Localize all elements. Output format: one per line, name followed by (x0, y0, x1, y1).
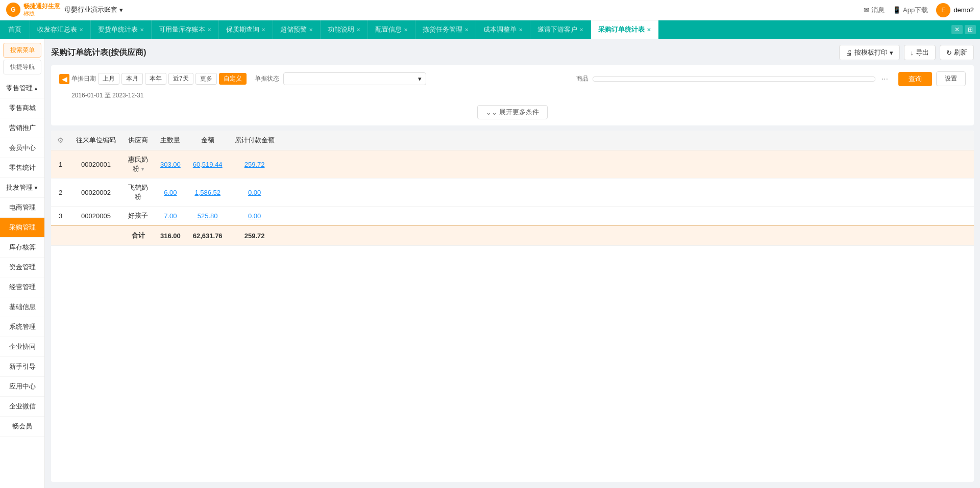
export-btn[interactable]: ↓ 导出 (904, 45, 936, 60)
tab-config-info[interactable]: 配置信息 ✕ (368, 20, 415, 39)
tab-home[interactable]: 首页 (0, 20, 30, 39)
tab-expiry-query-close[interactable]: ✕ (261, 27, 265, 33)
tab-invite-downstream[interactable]: 邀请下游客户 ✕ (530, 20, 591, 39)
sidebar-item-enterprise-wechat[interactable]: 企业微信 (0, 397, 44, 417)
action-btns: 查询 设置 (898, 71, 966, 86)
search-menu-btn[interactable]: 搜索菜单 (3, 43, 41, 58)
sidebar-item-system[interactable]: 系统管理 (0, 317, 44, 337)
user-area[interactable]: E demo2 (936, 3, 974, 17)
sidebar-item-inventory[interactable]: 库存核算 (0, 238, 44, 258)
sidebar-item-inventory-label: 库存核算 (9, 243, 36, 251)
tab-pick-task-close[interactable]: ✕ (464, 27, 469, 33)
close-all-tabs-btn[interactable]: ✕ (951, 25, 963, 34)
tab-function-desc[interactable]: 功能说明 ✕ (321, 20, 368, 39)
tab-order-stats[interactable]: 要货单统计表 ✕ (91, 20, 152, 39)
row-paid[interactable]: 0.00 (229, 178, 281, 207)
app-download-action[interactable]: 📱 App下载 (893, 6, 928, 15)
row-extra (281, 150, 974, 178)
row-supplier: 好孩子 (122, 207, 154, 226)
row-num: 2 (51, 178, 70, 207)
tab-receive-send[interactable]: 收发存汇总表 ✕ (30, 20, 91, 39)
app-name: 畅捷通好生意 (23, 3, 60, 10)
row-quantity[interactable]: 6.00 (154, 178, 187, 207)
row-quantity[interactable]: 7.00 (154, 207, 187, 226)
custom-date-btn[interactable]: 自定义 (219, 73, 247, 85)
top-bar: G 畅捷通好生意 标版 母婴行业演示账套 ▾ ✉ 消息 📱 App下载 E de… (0, 0, 980, 20)
tab-cost-adjust-close[interactable]: ✕ (519, 27, 523, 33)
row-amount[interactable]: 525.80 (187, 207, 229, 226)
shortcut-more[interactable]: 更多 (195, 73, 217, 85)
col-quantity: 主数量 (154, 131, 187, 150)
tab-overstock-alert[interactable]: 超储预警 ✕ (273, 20, 321, 39)
tab-expiry-query[interactable]: 保质期查询 ✕ (219, 20, 273, 39)
download-icon: 📱 (893, 6, 901, 14)
expand-conditions-btn[interactable]: ⌄⌄ 展开更多条件 (477, 105, 548, 119)
message-action[interactable]: ✉ 消息 (864, 6, 885, 15)
tab-overstock-alert-close[interactable]: ✕ (309, 27, 313, 33)
sidebar-item-purchase[interactable]: 采购管理 (0, 218, 44, 238)
nav-tabs-bar: 首页 收发存汇总表 ✕ 要货单统计表 ✕ 可用量库存账本 ✕ 保质期查询 ✕ 超… (0, 20, 980, 39)
row-amount[interactable]: 1,586.52 (187, 178, 229, 207)
refresh-btn[interactable]: ↻ 刷新 (940, 45, 974, 60)
sidebar-item-app-center[interactable]: 应用中心 (0, 377, 44, 397)
sidebar-item-new-guide[interactable]: 新手引导 (0, 357, 44, 377)
table-row: 3 00020005 好孩子 7.00 525.80 0.00 (51, 207, 974, 226)
sidebar-item-marketing[interactable]: 营销推广 (0, 118, 44, 138)
shortcut-7days[interactable]: 近7天 (168, 73, 193, 85)
tab-purchase-stats[interactable]: 采购订单统计表 ✕ (591, 20, 658, 39)
refresh-icon: ↻ (946, 49, 952, 57)
tab-config-info-close[interactable]: ✕ (404, 27, 408, 33)
sidebar-item-member[interactable]: 畅会员 (0, 417, 44, 436)
sidebar-item-operations[interactable]: 经营管理 (0, 277, 44, 297)
print-btn[interactable]: 🖨 按模板打印 ▾ (839, 45, 900, 60)
tab-pick-task[interactable]: 拣货任务管理 ✕ (415, 20, 476, 39)
query-btn[interactable]: 查询 (898, 72, 932, 86)
row-paid[interactable]: 0.00 (229, 207, 281, 226)
sidebar-item-membership-label: 会员中心 (9, 144, 36, 151)
tab-expiry-query-label: 保质期查询 (226, 25, 259, 34)
sidebar-item-retail-store[interactable]: 零售商城 (0, 98, 44, 118)
goods-input[interactable] (593, 76, 875, 82)
status-select-chevron: ▾ (418, 75, 422, 83)
row-code: 00020002 (70, 178, 122, 207)
status-select[interactable]: ▾ (283, 72, 426, 85)
sidebar-item-enterprise-coop[interactable]: 企业协同 (0, 337, 44, 357)
tab-invite-downstream-label: 邀请下游客户 (537, 25, 577, 34)
row-amount[interactable]: 60,519.44 (187, 150, 229, 178)
row-paid[interactable]: 259.72 (229, 150, 281, 178)
sidebar-item-finance[interactable]: 资金管理 (0, 258, 44, 277)
sidebar-item-basic-info-label: 基础信息 (9, 303, 36, 311)
sidebar-item-ecommerce[interactable]: 电商管理 (0, 198, 44, 218)
shortcut-last-month[interactable]: 上月 (98, 73, 119, 85)
table-header-row: ⚙ 往来单位编码 供应商 主数量 金额 累计付款金额 (51, 131, 974, 150)
tab-invite-downstream-close[interactable]: ✕ (579, 27, 583, 33)
sidebar-item-wholesale[interactable]: 批发管理 ▼ (0, 178, 44, 198)
date-collapse-btn[interactable]: ◀ (59, 74, 69, 84)
shortcut-this-year[interactable]: 本年 (145, 73, 166, 85)
tab-receive-send-close[interactable]: ✕ (79, 27, 83, 33)
sidebar-item-basic-info[interactable]: 基础信息 (0, 297, 44, 317)
settings-btn[interactable]: 设置 (936, 71, 966, 86)
supplier-expand-icon[interactable]: ▾ (141, 166, 144, 172)
sidebar-item-retail[interactable]: 零售管理 ▲ (0, 79, 44, 98)
sidebar-item-retail-stats[interactable]: 零售统计 (0, 158, 44, 178)
row-num: 1 (51, 150, 70, 178)
more-filters-btn[interactable]: ··· (879, 74, 890, 84)
maximize-btn[interactable]: ⊞ (965, 25, 976, 34)
tab-available-stock-close[interactable]: ✕ (207, 27, 211, 33)
logo-icon: G (6, 3, 20, 17)
sidebar-item-membership[interactable]: 会员中心 (0, 138, 44, 158)
col-settings[interactable]: ⚙ (51, 131, 70, 150)
quick-nav-btn[interactable]: 快捷导航 (3, 60, 41, 74)
tab-purchase-stats-close[interactable]: ✕ (647, 27, 651, 33)
workspace-selector[interactable]: 母婴行业演示账套 ▾ (64, 5, 123, 14)
header-actions: 🖨 按模板打印 ▾ ↓ 导出 ↻ 刷新 (839, 45, 974, 60)
row-quantity[interactable]: 303.00 (154, 150, 187, 178)
tab-available-stock[interactable]: 可用量库存账本 ✕ (152, 20, 219, 39)
shortcut-this-month[interactable]: 本月 (121, 73, 143, 85)
tab-order-stats-close[interactable]: ✕ (140, 27, 144, 33)
tab-function-desc-close[interactable]: ✕ (356, 27, 360, 33)
print-chevron-icon: ▾ (890, 49, 893, 57)
sidebar-item-purchase-label: 采购管理 (9, 223, 36, 231)
tab-cost-adjust[interactable]: 成本调整单 ✕ (476, 20, 530, 39)
